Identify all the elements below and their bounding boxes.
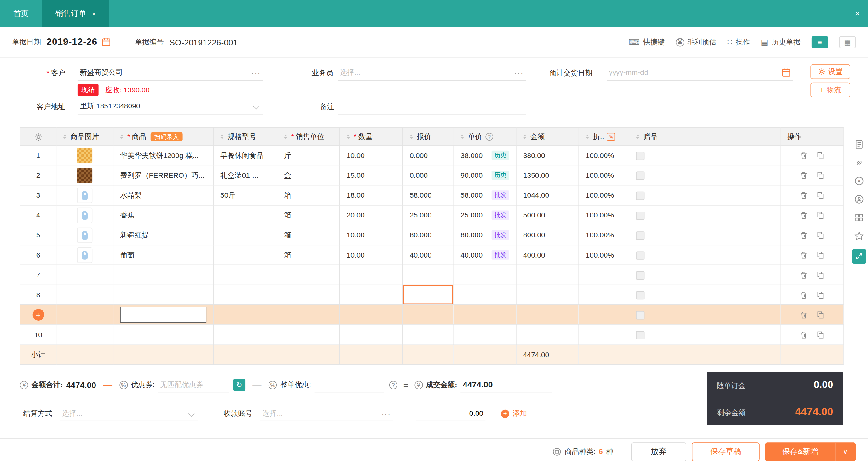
paid-amount-field[interactable]: 0.00 — [416, 406, 486, 421]
apps-icon[interactable] — [854, 213, 864, 222]
shortcut-keys-button[interactable]: ⌨ 快捷键 — [629, 37, 665, 47]
unit-cell[interactable]: 斤 — [277, 145, 339, 165]
remark-field[interactable] — [338, 98, 526, 115]
delete-row-icon[interactable] — [800, 251, 807, 259]
unit-cell[interactable]: 箱 — [277, 205, 339, 225]
list-view-toggle[interactable]: ≡ — [812, 36, 828, 48]
gift-checkbox[interactable] — [636, 291, 644, 299]
customer-field[interactable]: 新盛商贸公司 ··· — [78, 64, 263, 81]
product-image-cell[interactable] — [56, 245, 113, 265]
product-image-cell[interactable] — [56, 225, 113, 245]
close-icon[interactable]: × — [855, 0, 860, 27]
add-row-button[interactable]: + — [32, 309, 44, 320]
settlement-select[interactable]: 选择... — [60, 406, 198, 421]
customer-icon[interactable] — [854, 194, 864, 204]
card-view-toggle[interactable]: ▦ — [839, 36, 856, 48]
qty-cell[interactable] — [340, 285, 403, 305]
unit-cell[interactable] — [277, 325, 339, 344]
edit-icon[interactable]: ✎ — [607, 133, 615, 141]
price-cell[interactable]: 80.000批发 — [454, 225, 516, 245]
price-tag[interactable]: 历史 — [492, 151, 509, 160]
more-icon[interactable]: ··· — [251, 68, 261, 76]
quote-cell[interactable] — [403, 265, 454, 285]
tab-home[interactable]: 首页 — [0, 0, 42, 27]
sort-icon[interactable] — [636, 133, 640, 141]
product-photo-placeholder[interactable] — [77, 227, 92, 243]
price-cell[interactable]: 90.000历史 — [454, 165, 516, 185]
new-product-input[interactable] — [120, 307, 207, 323]
quote-cell[interactable]: 40.000 — [403, 245, 454, 265]
price-tag[interactable]: 历史 — [492, 171, 509, 180]
unit-cell[interactable]: 盒 — [277, 165, 339, 185]
price-cell[interactable]: 58.000批发 — [454, 185, 516, 205]
profit-estimate-button[interactable]: ¥ 毛利预估 — [676, 37, 716, 47]
copy-row-icon[interactable] — [816, 232, 824, 240]
qty-cell[interactable] — [340, 305, 403, 325]
spec-cell[interactable] — [213, 265, 277, 285]
product-image-cell[interactable] — [56, 305, 113, 325]
amount-cell[interactable] — [516, 285, 579, 305]
qty-cell[interactable]: 10.00 — [340, 245, 403, 265]
money-icon[interactable]: ¥ — [854, 176, 864, 186]
copy-row-icon[interactable] — [816, 311, 824, 319]
qty-cell[interactable]: 20.00 — [340, 205, 403, 225]
unit-cell[interactable]: 箱 — [277, 185, 339, 205]
sort-icon[interactable] — [586, 133, 589, 141]
delete-row-icon[interactable] — [800, 212, 807, 219]
order-discount-field[interactable] — [314, 377, 383, 393]
price-cell[interactable] — [454, 305, 516, 325]
settings-button[interactable]: 设置 — [810, 64, 850, 79]
spec-cell[interactable]: 50斤 — [213, 185, 277, 205]
sort-icon[interactable] — [120, 133, 124, 141]
product-name-cell[interactable] — [113, 265, 213, 285]
delete-row-icon[interactable] — [800, 271, 807, 279]
chevron-down-icon[interactable] — [253, 103, 259, 109]
link-icon[interactable] — [854, 158, 864, 168]
copy-row-icon[interactable] — [816, 212, 824, 219]
spec-cell[interactable] — [213, 245, 277, 265]
unit-cell[interactable] — [277, 305, 339, 325]
product-name-cell[interactable] — [113, 325, 213, 344]
copy-row-icon[interactable] — [816, 331, 824, 339]
qty-cell[interactable] — [340, 325, 403, 344]
operations-button[interactable]: ∷ 操作 — [727, 37, 750, 47]
info-icon[interactable]: ? — [485, 133, 493, 141]
discount-cell[interactable]: 100.00% — [579, 185, 629, 205]
product-image-cell[interactable] — [56, 325, 113, 344]
gift-checkbox[interactable] — [636, 271, 644, 279]
spec-cell[interactable] — [213, 305, 277, 325]
gift-checkbox[interactable] — [636, 191, 644, 199]
abandon-button[interactable]: 放弃 — [631, 442, 686, 461]
sort-icon[interactable] — [461, 133, 464, 141]
product-photo[interactable] — [77, 148, 92, 163]
discount-cell[interactable] — [579, 305, 629, 325]
quote-cell[interactable]: 58.000 — [403, 185, 454, 205]
gift-checkbox[interactable] — [636, 251, 644, 259]
amount-cell[interactable] — [516, 325, 579, 344]
logistics-button[interactable]: + 物流 — [810, 83, 850, 97]
sort-icon[interactable] — [410, 133, 413, 141]
qty-cell[interactable]: 15.00 — [340, 165, 403, 185]
add-payment-button[interactable]: + 添加 — [501, 408, 527, 419]
discount-cell[interactable] — [579, 325, 629, 344]
copy-row-icon[interactable] — [816, 271, 824, 279]
price-cell[interactable] — [454, 325, 516, 344]
deal-amount-field[interactable]: 4474.00 — [461, 377, 552, 393]
quote-cell[interactable]: 25.000 — [403, 205, 454, 225]
amount-cell[interactable]: 380.00 — [516, 145, 579, 165]
spec-cell[interactable] — [213, 325, 277, 344]
coupon-field[interactable]: 无匹配优惠券 — [158, 377, 229, 393]
expand-icon[interactable] — [852, 249, 866, 264]
product-image-cell[interactable] — [56, 165, 113, 185]
gift-checkbox[interactable] — [636, 211, 644, 219]
price-tag[interactable]: 批发 — [492, 230, 509, 240]
unit-cell[interactable] — [277, 265, 339, 285]
spec-cell[interactable] — [213, 225, 277, 245]
unit-cell[interactable]: 箱 — [277, 245, 339, 265]
qty-cell[interactable]: 18.00 — [340, 185, 403, 205]
discount-cell[interactable]: 100.00% — [579, 245, 629, 265]
grid-settings-icon[interactable] — [34, 133, 42, 141]
product-name-cell[interactable]: 葡萄 — [113, 245, 213, 265]
customer-address-field[interactable]: 里斯 18512348090 — [78, 98, 263, 115]
price-tag[interactable]: 批发 — [492, 190, 509, 200]
